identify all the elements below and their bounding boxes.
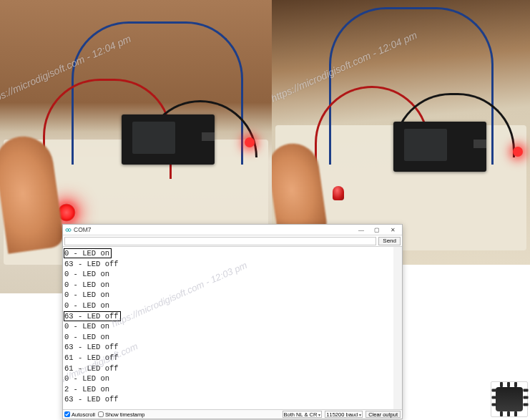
serial-monitor-window: COM7 — ▢ ✕ Send https://microdigisoft.co… bbox=[62, 224, 403, 419]
console-line: 0 - LED on bbox=[64, 248, 393, 259]
status-bar: Autoscroll Show timestamp Both NL & CR ▾… bbox=[63, 409, 402, 419]
autoscroll-label: Autoscroll bbox=[72, 411, 95, 418]
console-line: 0 - LED on bbox=[64, 290, 393, 301]
console-line: 0 - LED on bbox=[64, 269, 393, 280]
console-line: 61 - LED off bbox=[64, 353, 393, 363]
console-line: 63 - LED off bbox=[64, 342, 393, 353]
clear-output-button[interactable]: Clear output bbox=[365, 411, 401, 418]
serial-input[interactable] bbox=[64, 237, 376, 245]
line-ending-value: Both NL & CR bbox=[284, 411, 318, 418]
close-button[interactable]: ✕ bbox=[385, 225, 401, 235]
chip-logo-icon bbox=[480, 377, 530, 420]
console-line: 0 - LED on bbox=[64, 321, 393, 332]
console-line: 0 - LED on bbox=[64, 332, 393, 343]
serial-console[interactable]: https://microdigisoft.com - 12:03 pm htt… bbox=[63, 247, 402, 409]
autoscroll-input[interactable] bbox=[64, 411, 70, 417]
chevron-down-icon: ▾ bbox=[359, 412, 361, 417]
arduino-icon bbox=[64, 226, 72, 233]
timestamp-checkbox[interactable]: Show timestamp bbox=[98, 411, 144, 418]
console-line: 2 - LED on bbox=[64, 384, 393, 395]
led-indicator-off bbox=[333, 186, 344, 200]
send-button[interactable]: Send bbox=[378, 237, 401, 245]
console-line: 0 - LED on bbox=[64, 280, 393, 290]
titlebar[interactable]: COM7 — ▢ ✕ bbox=[63, 225, 402, 235]
console-line: 0 - LED on bbox=[64, 301, 393, 311]
baud-select[interactable]: 115200 baud ▾ bbox=[325, 411, 363, 418]
console-line: 63 - LED off bbox=[64, 259, 393, 270]
console-line: 63 - LED off bbox=[64, 311, 393, 322]
console-line: 63 - LED off bbox=[64, 394, 393, 405]
console-line: 61 - LED off bbox=[64, 363, 393, 374]
timestamp-label: Show timestamp bbox=[105, 411, 144, 418]
esp32-board bbox=[393, 122, 486, 172]
baud-value: 115200 baud bbox=[326, 411, 358, 418]
minimize-button[interactable]: — bbox=[353, 225, 369, 235]
maximize-button[interactable]: ▢ bbox=[369, 225, 385, 235]
window-title: COM7 bbox=[74, 226, 353, 233]
console-line: 0 - LED on bbox=[64, 373, 393, 384]
board-power-led bbox=[513, 147, 523, 157]
esp32-board bbox=[122, 114, 215, 165]
line-ending-select[interactable]: Both NL & CR ▾ bbox=[283, 411, 323, 418]
timestamp-input[interactable] bbox=[98, 411, 104, 417]
autoscroll-checkbox[interactable]: Autoscroll bbox=[64, 411, 95, 418]
scrollbar-thumb[interactable] bbox=[394, 247, 401, 257]
chevron-down-icon: ▾ bbox=[318, 412, 320, 417]
board-power-led bbox=[245, 137, 255, 147]
send-row: Send bbox=[63, 235, 402, 247]
